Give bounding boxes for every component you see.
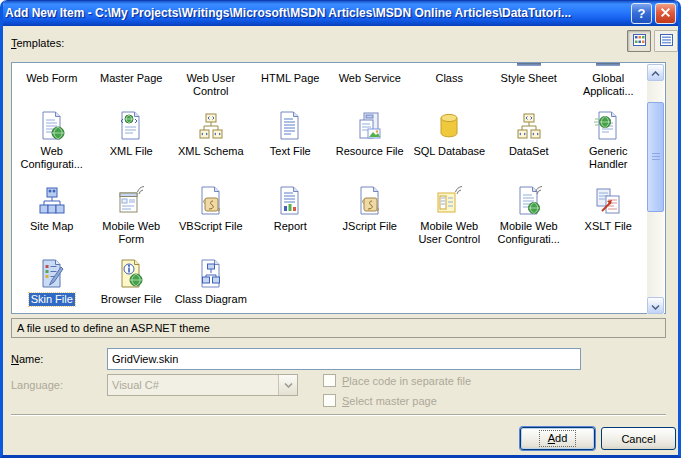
select-master-checkbox — [323, 394, 336, 407]
xml-file-icon — [115, 110, 147, 142]
select-master-label: Select master page — [342, 395, 437, 407]
list-view-button[interactable] — [654, 30, 678, 52]
templates-row: Site MapMobile Web FormVBScript FileRepo… — [12, 182, 648, 255]
scroll-up-icon — [651, 67, 660, 79]
template-item-label: Master Page — [100, 72, 162, 85]
add-button[interactable]: Add — [520, 427, 595, 450]
template-item-web-service[interactable]: Web Service — [330, 63, 410, 107]
template-item-sql-database[interactable]: SQL Database — [410, 107, 490, 182]
close-icon — [660, 7, 671, 20]
template-item-label: DataSet — [509, 145, 549, 158]
template-item-html-page[interactable]: HTML Page — [251, 63, 331, 107]
template-item-label: HTML Page — [261, 72, 319, 85]
title-bar[interactable]: Add New Item - C:\My Projects\Writings\M… — [0, 0, 681, 26]
template-item-label: Web Form — [26, 72, 77, 85]
scrollbar-thumb[interactable] — [647, 102, 664, 212]
mobile-web-form-icon — [115, 185, 147, 217]
sql-database-icon — [433, 110, 465, 142]
template-item-label: Mobile Web Form — [92, 220, 171, 246]
template-item-label: Mobile Web User Control — [410, 220, 489, 246]
template-item-mobile-web-form[interactable]: Mobile Web Form — [92, 182, 172, 255]
template-item-label: Generic Handler — [569, 145, 648, 171]
scrollbar-grip — [652, 153, 660, 161]
place-code-checkbox — [323, 374, 336, 387]
language-label: Language: — [11, 379, 63, 391]
templates-list[interactable]: Web FormMaster PageWeb User ControlHTML … — [11, 62, 666, 314]
class-diagram-icon — [195, 258, 227, 290]
template-item-report[interactable]: Report — [251, 182, 331, 255]
cancel-button-label: Cancel — [621, 433, 655, 445]
template-item-xml-file[interactable]: XML File — [92, 107, 172, 182]
scroll-down-button[interactable] — [647, 297, 664, 314]
vbscript-file-icon — [195, 185, 227, 217]
template-item-label: JScript File — [343, 220, 397, 233]
template-item-mobile-web-configurati[interactable]: Mobile Web Configurati... — [489, 182, 569, 255]
templates-row: Skin FileBrowser FileClass Diagram — [12, 255, 648, 313]
site-map-icon — [36, 185, 68, 217]
separator — [11, 414, 666, 416]
place-code-checkbox-row: Place code in separate file — [323, 374, 471, 387]
close-button[interactable] — [655, 3, 676, 24]
template-item-xml-schema[interactable]: XML Schema — [171, 107, 251, 182]
template-item-style-sheet[interactable]: Style Sheet — [489, 63, 569, 107]
help-icon: ? — [638, 6, 646, 21]
template-item-label: SQL Database — [413, 145, 485, 158]
template-item-label: Class — [435, 72, 463, 85]
template-item-xslt-file[interactable]: XSLT File — [569, 182, 649, 255]
template-item-class-diagram[interactable]: Class Diagram — [171, 255, 251, 313]
template-item-global-applicati[interactable]: Global Applicati... — [569, 63, 649, 107]
template-item-generic-handler[interactable]: Generic Handler — [569, 107, 649, 182]
template-item-browser-file[interactable]: Browser File — [92, 255, 172, 313]
mobile-web-user-control-icon — [433, 185, 465, 217]
clipped-icon-sliver — [596, 63, 620, 66]
template-item-jscript-file[interactable]: JScript File — [330, 182, 410, 255]
template-item-label: Resource File — [336, 145, 404, 158]
template-item-text-file[interactable]: Text File — [251, 107, 331, 182]
name-input[interactable] — [107, 348, 581, 370]
template-item-dataset[interactable]: DataSet — [489, 107, 569, 182]
template-item-resource-file[interactable]: Resource File — [330, 107, 410, 182]
template-item-label: Web User Control — [171, 72, 250, 98]
generic-handler-icon — [592, 110, 624, 142]
template-item-label: XML File — [110, 145, 153, 158]
template-item-label: Report — [274, 220, 307, 233]
template-item-web-configurati[interactable]: Web Configurati... — [12, 107, 92, 182]
web-config-icon — [36, 110, 68, 142]
vertical-scrollbar[interactable] — [647, 64, 664, 314]
templates-row: Web FormMaster PageWeb User ControlHTML … — [12, 63, 648, 107]
template-item-class[interactable]: Class — [410, 63, 490, 107]
template-item-label: Class Diagram — [175, 293, 247, 306]
report-icon — [274, 185, 306, 217]
template-item-skin-file[interactable]: Skin File — [12, 255, 92, 313]
template-item-label: Text File — [270, 145, 311, 158]
text-file-icon — [274, 110, 306, 142]
templates-label: Templates: — [11, 37, 64, 49]
select-master-checkbox-row: Select master page — [323, 394, 437, 407]
template-item-vbscript-file[interactable]: VBScript File — [171, 182, 251, 255]
combo-dropdown-icon — [278, 375, 297, 395]
browser-file-icon — [115, 258, 147, 290]
resource-file-icon — [354, 110, 386, 142]
large-icons-icon — [633, 34, 646, 48]
template-item-web-form[interactable]: Web Form — [12, 63, 92, 107]
jscript-file-icon — [354, 185, 386, 217]
large-icons-view-button[interactable] — [627, 30, 651, 52]
mobile-web-config-icon — [513, 185, 545, 217]
scroll-up-button[interactable] — [647, 64, 664, 81]
template-item-site-map[interactable]: Site Map — [12, 182, 92, 255]
language-select: Visual C# — [107, 374, 298, 396]
template-item-label: Web Service — [339, 72, 401, 85]
templates-row: Web Configurati...XML FileXML SchemaText… — [12, 107, 648, 182]
help-button[interactable]: ? — [631, 3, 652, 24]
template-item-master-page[interactable]: Master Page — [92, 63, 172, 107]
template-description: A file used to define an ASP.NET theme — [17, 322, 210, 334]
dataset-icon — [513, 110, 545, 142]
template-item-web-user-control[interactable]: Web User Control — [171, 63, 251, 107]
cancel-button[interactable]: Cancel — [601, 427, 676, 450]
template-item-mobile-web-user-control[interactable]: Mobile Web User Control — [410, 182, 490, 255]
add-new-item-dialog: Add New Item - C:\My Projects\Writings\M… — [0, 0, 681, 458]
template-item-label: Browser File — [101, 293, 162, 306]
template-item-label: Style Sheet — [501, 72, 557, 85]
xml-schema-icon — [195, 110, 227, 142]
dialog-title: Add New Item - C:\My Projects\Writings\M… — [5, 6, 628, 20]
